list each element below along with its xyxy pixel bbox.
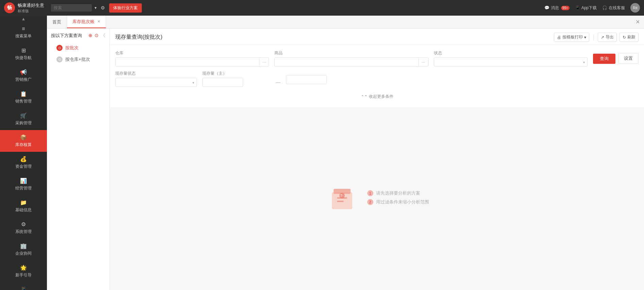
warehouse-batch-icon: ⊙: [56, 56, 63, 62]
query-button[interactable]: 查询: [593, 54, 615, 64]
stock-qty-input-to[interactable]: [286, 75, 327, 84]
page-content: 按以下方案查询 ⊕ ⊙ 《 ⊙ 按批次 ⊙ 按仓库+批次: [47, 29, 644, 290]
message-action[interactable]: 💬 消息 99+: [544, 5, 570, 11]
print-template-button[interactable]: 🖨 按模板打印 ▾: [554, 33, 589, 42]
export-button[interactable]: ↗ 导出: [598, 33, 617, 42]
export-icon: ↗: [601, 35, 604, 40]
sidebar-item-operations[interactable]: 📊 经营管理: [0, 174, 47, 195]
stock-qty-field: 现存量（主）: [202, 71, 270, 87]
message-badge: 99+: [561, 6, 570, 10]
finance-icon: 💰: [20, 156, 27, 162]
warehouse-input-wrap: ···: [115, 57, 269, 67]
query-header-actions: 🖨 按模板打印 ▾ ↗ 导出 ↻ 刷新: [554, 33, 639, 42]
search-menu-icon: ≡: [22, 26, 25, 32]
svg-rect-3: [337, 201, 344, 202]
goods-input[interactable]: [275, 58, 418, 66]
filter-collapse-icon[interactable]: 《: [101, 33, 105, 39]
status-field: 状态: [434, 50, 588, 67]
stock-qty-to-field: [286, 74, 354, 84]
user-profile[interactable]: Rit: [630, 3, 640, 13]
sidebar-item-basic[interactable]: 📁 基础信息: [0, 195, 47, 217]
filter-panel-header: 按以下方案查询 ⊕ ⊙ 《: [47, 33, 109, 42]
filter-panel-title: 按以下方案查询: [51, 33, 82, 39]
batch-icon: ⊙: [56, 45, 63, 51]
app-download-action[interactable]: 📱 App下载: [575, 5, 597, 11]
settings-icon[interactable]: ⚙: [101, 5, 105, 11]
divider: [593, 35, 594, 40]
filter-settings-icon[interactable]: ⊙: [95, 33, 99, 39]
sidebar-item-sales[interactable]: 📋 销售管理: [0, 87, 47, 108]
try-industry-button[interactable]: 体验行业方案: [109, 3, 142, 13]
sidebar-item-search[interactable]: ≡ 搜索菜单: [0, 22, 47, 43]
empty-hints: 1 请先选择要分析的方案 2 用过滤条件来缩小分析范围: [367, 190, 429, 208]
sidebar-item-guide[interactable]: 🌟 新手引导: [0, 260, 47, 282]
apps-icon: 📱: [20, 286, 27, 290]
marketing-icon: 📢: [20, 69, 27, 75]
tab-home[interactable]: 首页: [47, 16, 67, 28]
chevron-up-icon: ⌃⌃: [361, 94, 368, 99]
print-dropdown-icon[interactable]: ▾: [584, 35, 586, 40]
purchase-icon: 🛒: [20, 112, 27, 119]
status-select-wrap: [434, 57, 588, 67]
goods-input-wrap: ···: [274, 57, 428, 67]
operations-icon: 📊: [20, 178, 27, 184]
stock-status-select[interactable]: [115, 78, 197, 87]
sidebar: ▲ ≡ 搜索菜单 ⊞ 快捷导航 📢 营销推广 📋 销售管理 🛒 采购管理 📦 库…: [0, 16, 47, 290]
tabbar: 首页 库存批次账 ✕ ✕: [47, 16, 644, 29]
stock-qty-input-from[interactable]: [202, 78, 243, 87]
inventory-icon: 📦: [20, 134, 27, 141]
range-dash: —: [276, 79, 281, 85]
nav-icon: ⊞: [21, 47, 26, 54]
filter-panel-actions: ⊕ ⊙ 《: [88, 33, 105, 39]
enterprise-icon: 🏢: [20, 243, 27, 249]
hint-2: 2 用过滤条件来缩小分析范围: [367, 199, 429, 205]
print-icon: 🖨: [557, 35, 561, 40]
sidebar-item-apps[interactable]: 📱 应用中心: [0, 282, 47, 290]
filter-add-icon[interactable]: ⊕: [88, 33, 92, 39]
filter-row-2: 现存量状态 现存量（主） —: [115, 71, 639, 87]
tab-close-icon[interactable]: ✕: [97, 19, 100, 24]
collapse-button[interactable]: ⌃⌃ 收起更多条件: [115, 91, 639, 102]
search-input[interactable]: [51, 4, 92, 12]
form-actions: 查询 设置: [593, 53, 639, 64]
goods-field: 商品 ···: [274, 50, 428, 67]
stock-status-select-wrap: [115, 78, 197, 87]
warehouse-label: 仓库: [115, 50, 269, 56]
status-select[interactable]: [434, 57, 588, 67]
sidebar-item-inventory[interactable]: 📦 库存核算: [0, 130, 47, 152]
online-service-action[interactable]: 🎧 在线客服: [602, 5, 625, 11]
goods-label: 商品: [274, 50, 428, 56]
warehouse-input[interactable]: [116, 58, 259, 66]
refresh-button[interactable]: ↻ 刷新: [620, 33, 639, 42]
sidebar-item-system[interactable]: ⚙ 系统管理: [0, 217, 47, 239]
step-1-badge: 1: [367, 190, 373, 196]
tabbar-close-button[interactable]: ✕: [631, 16, 644, 28]
query-header: 现存量查询(按批次) 🖨 按模板打印 ▾ ↗ 导出: [110, 29, 644, 45]
sidebar-item-purchase[interactable]: 🛒 采购管理: [0, 108, 47, 130]
warehouse-field: 仓库 ···: [115, 50, 269, 67]
app-edition: 标准版: [18, 8, 46, 14]
sidebar-item-marketing[interactable]: 📢 营销推广: [0, 65, 47, 87]
search-dropdown-icon[interactable]: ▾: [95, 5, 97, 10]
svg-text:?: ?: [340, 194, 342, 198]
message-icon: 💬: [544, 5, 549, 10]
stock-status-field: 现存量状态: [115, 71, 197, 87]
warehouse-more-icon[interactable]: ···: [259, 58, 269, 66]
guide-icon: 🌟: [20, 265, 27, 271]
sidebar-scroll-up[interactable]: ▲: [0, 16, 47, 22]
sidebar-item-enterprise[interactable]: 🏢 企业协同: [0, 239, 47, 260]
filter-item-by-warehouse-batch[interactable]: ⊙ 按仓库+批次: [47, 54, 109, 65]
status-label: 状态: [434, 50, 588, 56]
sidebar-item-finance[interactable]: 💰 资金管理: [0, 152, 47, 174]
stock-qty-label: 现存量（主）: [202, 71, 270, 76]
goods-more-icon[interactable]: ···: [419, 58, 428, 66]
sidebar-item-nav[interactable]: ⊞ 快捷导航: [0, 43, 47, 65]
empty-state: ? 1 请先选择要分析的方案 2 用过: [110, 108, 644, 290]
filter-panel: 按以下方案查询 ⊕ ⊙ 《 ⊙ 按批次 ⊙ 按仓库+批次: [47, 29, 110, 290]
page-title: 现存量查询(按批次): [115, 34, 554, 41]
settings-button[interactable]: 设置: [618, 53, 639, 64]
step-2-badge: 2: [367, 199, 373, 205]
tab-inventory-batch[interactable]: 库存批次账 ✕: [67, 16, 106, 28]
filter-item-by-batch[interactable]: ⊙ 按批次: [47, 42, 109, 54]
empty-illustration: ?: [325, 182, 359, 216]
